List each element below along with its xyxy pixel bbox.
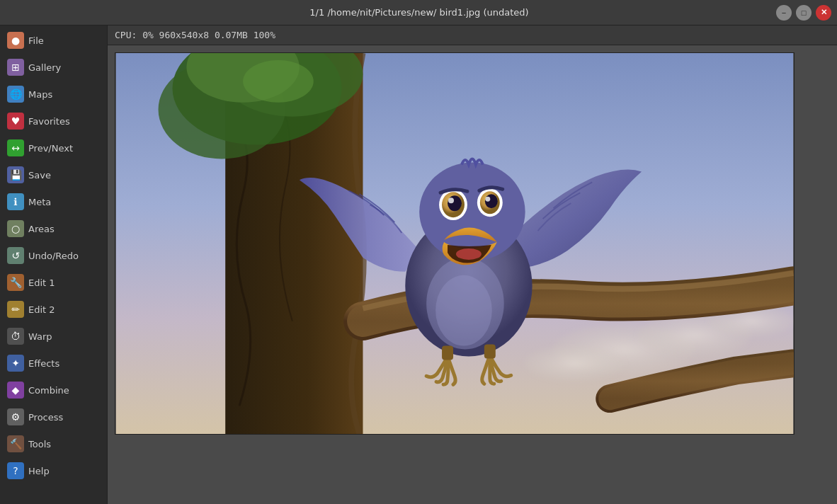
combine-icon: ◆ (7, 382, 24, 399)
sidebar-item-file[interactable]: ●File (1, 28, 106, 53)
sidebar-label-warp: Warp (28, 331, 52, 342)
sidebar-label-save: Save (28, 170, 51, 181)
svg-point-17 (448, 195, 462, 211)
sidebar-label-file: File (28, 35, 44, 46)
sidebar-label-edit1: Edit 1 (28, 277, 55, 288)
svg-point-22 (485, 197, 490, 202)
warp-icon: ⏱ (7, 328, 24, 345)
sidebar-item-meta[interactable]: ℹMeta (1, 189, 106, 214)
help-icon: ? (7, 462, 24, 479)
sidebar-label-process: Process (28, 412, 63, 423)
sidebar-label-combine: Combine (28, 385, 69, 396)
sidebar-label-gallery: Gallery (28, 62, 61, 73)
close-button[interactable]: ✕ (816, 5, 831, 21)
sidebar-item-edit2[interactable]: ✏Edit 2 (1, 297, 106, 322)
edit1-icon: 🔧 (7, 274, 24, 291)
maps-icon: 🌐 (7, 86, 24, 103)
sidebar-item-maps[interactable]: 🌐Maps (1, 81, 106, 107)
gallery-icon: ⊞ (7, 59, 24, 76)
sidebar-label-prevnext: Prev/Next (28, 143, 73, 154)
titlebar: 1/1 /home/nit/Pictures/new/ bird1.jpg (u… (0, 0, 837, 25)
sidebar: ●File⊞Gallery🌐Maps♥Favorites↔Prev/Next💾S… (0, 25, 108, 504)
window-controls: − □ ✕ (776, 5, 831, 21)
content-area: CPU: 0% 960x540x8 0.07MB 100% (108, 25, 837, 504)
effects-icon: ✦ (7, 355, 24, 372)
svg-point-23 (456, 248, 482, 260)
sidebar-item-undoredo[interactable]: ↺Undo/Redo (1, 243, 106, 268)
undoredo-icon: ↺ (7, 247, 24, 264)
svg-rect-24 (442, 345, 453, 360)
maximize-button[interactable]: □ (796, 5, 812, 21)
status-bar: CPU: 0% 960x540x8 0.07MB 100% (108, 25, 837, 45)
svg-point-13 (435, 275, 492, 346)
sidebar-label-undoredo: Undo/Redo (28, 251, 79, 261)
prevnext-icon: ↔ (7, 139, 24, 156)
bird-image (115, 53, 794, 434)
svg-point-18 (448, 197, 454, 203)
areas-icon: ○ (7, 220, 24, 237)
tools-icon: 🔨 (7, 435, 24, 452)
window-title: 1/1 /home/nit/Pictures/new/ bird1.jpg (u… (62, 7, 776, 18)
sidebar-item-favorites[interactable]: ♥Favorites (1, 108, 106, 134)
sidebar-label-areas: Areas (28, 224, 55, 234)
save-icon: 💾 (7, 166, 24, 183)
sidebar-label-maps: Maps (28, 89, 52, 100)
sidebar-label-tools: Tools (28, 439, 51, 449)
image-container (115, 52, 795, 435)
sidebar-label-edit2: Edit 2 (28, 304, 55, 315)
sidebar-item-effects[interactable]: ✦Effects (1, 350, 106, 376)
svg-rect-25 (484, 344, 496, 358)
sidebar-label-favorites: Favorites (28, 116, 70, 127)
sidebar-label-effects: Effects (28, 358, 59, 369)
status-text: CPU: 0% 960x540x8 0.07MB 100% (115, 30, 275, 40)
meta-icon: ℹ (7, 193, 24, 210)
edit2-icon: ✏ (7, 301, 24, 318)
svg-point-10 (243, 60, 314, 103)
main-layout: ●File⊞Gallery🌐Maps♥Favorites↔Prev/Next💾S… (0, 25, 837, 504)
sidebar-item-save[interactable]: 💾Save (1, 162, 106, 188)
svg-point-3 (525, 345, 624, 381)
sidebar-item-gallery[interactable]: ⊞Gallery (1, 55, 106, 80)
sidebar-item-edit1[interactable]: 🔧Edit 1 (1, 270, 106, 295)
favorites-icon: ♥ (7, 113, 24, 130)
process-icon: ⚙ (7, 408, 24, 425)
sidebar-item-help[interactable]: ?Help (1, 458, 106, 483)
sidebar-item-process[interactable]: ⚙Process (1, 404, 106, 430)
image-area (108, 45, 837, 504)
minimize-button[interactable]: − (776, 5, 792, 21)
sidebar-item-warp[interactable]: ⏱Warp (1, 323, 106, 349)
sidebar-item-prevnext[interactable]: ↔Prev/Next (1, 135, 106, 161)
file-icon: ● (7, 32, 24, 49)
sidebar-item-combine[interactable]: ◆Combine (1, 377, 106, 403)
sidebar-item-tools[interactable]: 🔨Tools (1, 431, 106, 457)
sidebar-label-meta: Meta (28, 197, 51, 207)
sidebar-item-areas[interactable]: ○Areas (1, 216, 106, 241)
sidebar-label-help: Help (28, 466, 50, 476)
